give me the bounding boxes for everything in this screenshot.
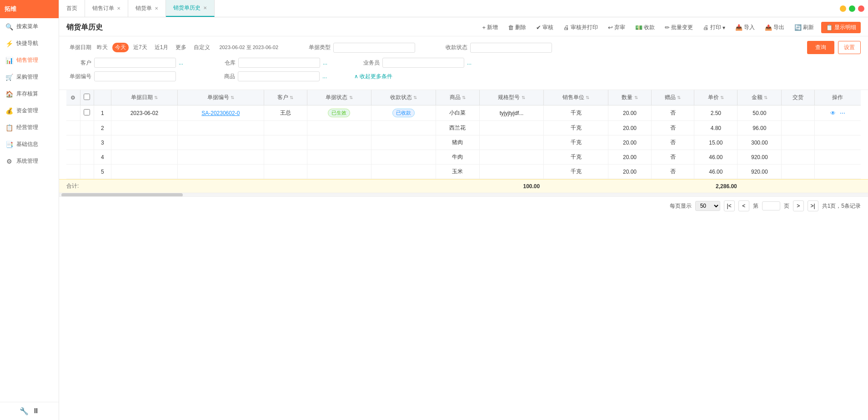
th-amount[interactable]: 金额 ⇅ [738, 90, 782, 105]
sidebar-item-inventory[interactable]: 🏠 库存核算 [0, 85, 59, 102]
next-page-btn[interactable]: > [793, 200, 804, 211]
table-header-row: ⚙ 单据日期 ⇅ 单据编号 ⇅ [66, 90, 861, 105]
query-button[interactable]: 查询 [807, 41, 834, 54]
first-page-btn[interactable]: |< [724, 200, 735, 211]
filter-payment-status-select[interactable] [470, 43, 552, 53]
sort-gift-icon: ⇅ [677, 95, 681, 100]
date-tab-7days[interactable]: 近7天 [130, 43, 150, 52]
sidebar-item-ops-mgmt[interactable]: 📋 经营管理 [0, 119, 59, 136]
sidebar-settings-icon[interactable]: 🔧 [20, 407, 29, 415]
delete-button[interactable]: 🗑 删除 [505, 22, 529, 33]
th-gift[interactable]: 赠品 ⇅ [651, 90, 694, 105]
filter-product: 商品 ... [210, 71, 327, 81]
last-page-btn[interactable]: >| [808, 200, 818, 211]
tab-sales-delivery[interactable]: 销货单 ✕ [128, 0, 166, 17]
refresh-button[interactable]: 🔄 刷新 [792, 22, 817, 33]
th-spec[interactable]: 规格型号 ⇅ [479, 90, 544, 105]
tab-sales-history-close[interactable]: ✕ [203, 5, 207, 10]
td-product: 猪肉 [436, 135, 479, 150]
batch-change-button[interactable]: ✏ 批量变更 [662, 22, 696, 33]
filter-date: 单据日期 昨天 今天 近7天 近1月 更多 自定义 2023-06-02 至 2… [66, 43, 278, 52]
th-gear[interactable]: ⚙ [66, 90, 80, 105]
date-tab-yesterday[interactable]: 昨天 [94, 43, 110, 52]
tab-sales-order[interactable]: 销售订单 ✕ [85, 0, 128, 17]
th-qty[interactable]: 数量 ⇅ [608, 90, 652, 105]
salesperson-more-icon[interactable]: ... [467, 60, 472, 66]
sidebar-item-quick-nav[interactable]: ⚡ 快捷导航 [0, 35, 59, 52]
date-tab-1month[interactable]: 近1月 [152, 43, 171, 52]
more-op-btn[interactable]: ⋯ [840, 110, 845, 116]
td-qty: 20.00 [608, 165, 652, 179]
tab-sales-delivery-close[interactable]: ✕ [155, 6, 158, 11]
tab-sales-order-close[interactable]: ✕ [117, 6, 120, 11]
th-payment-status[interactable]: 收款状态 ⇅ [371, 90, 436, 105]
filter-doc-type-select[interactable] [333, 43, 415, 53]
finance-icon: 💰 [5, 107, 13, 115]
date-tab-custom[interactable]: 自定义 [191, 43, 213, 52]
filter-customer-input[interactable] [94, 58, 176, 68]
collapse-filter-button[interactable]: ∧ 收起更多条件 [354, 73, 392, 80]
sidebar-item-search-menu[interactable]: 🔍 搜索菜单 [0, 18, 59, 35]
prev-page-btn[interactable]: < [738, 200, 749, 211]
select-all-checkbox[interactable] [84, 94, 90, 100]
td-gift: 否 [651, 121, 694, 135]
sidebar-item-label: 基础信息 [16, 140, 38, 148]
th-unit[interactable]: 销售单位 ⇅ [544, 90, 608, 105]
td-operation [814, 135, 861, 150]
td-doc-no [177, 165, 264, 179]
td-gift: 否 [651, 165, 694, 179]
audit-label: 审核 [542, 24, 553, 31]
sidebar-item-sys-mgmt[interactable]: ⚙ 系统管理 [0, 153, 59, 170]
filter-salesperson-input[interactable] [382, 58, 464, 68]
sidebar-item-sales-mgmt[interactable]: 📊 销售管理 [0, 52, 59, 69]
date-tab-more[interactable]: 更多 [173, 43, 189, 52]
horizontal-scrollbar[interactable] [59, 193, 868, 196]
date-tab-today[interactable]: 今天 [112, 43, 129, 52]
audit-print-button[interactable]: 🖨 审核并打印 [561, 22, 601, 33]
filter-product-input[interactable] [238, 71, 320, 81]
window-minimize-btn[interactable] [840, 5, 846, 12]
page-input[interactable]: 1 [762, 201, 780, 210]
warehouse-more-icon[interactable]: ... [323, 60, 327, 66]
td-seq: 2 [94, 121, 111, 135]
export-button[interactable]: 📤 导出 [762, 22, 787, 33]
print-dropdown-icon: ▾ [722, 25, 725, 31]
td-spec [479, 165, 544, 179]
sidebar-pause-icon[interactable]: ⏸ [32, 407, 40, 415]
abandon-button[interactable]: ↩ 弃审 [605, 22, 628, 33]
print-button[interactable]: 🖨 打印 ▾ [700, 22, 728, 33]
add-button[interactable]: + 新增 [479, 22, 501, 33]
filter-customer: 客户 ... [66, 58, 183, 68]
th-doc-date-label: 单据日期 [131, 94, 153, 100]
window-close-btn[interactable] [858, 5, 864, 12]
th-product[interactable]: 商品 ⇅ [436, 90, 479, 105]
audit-icon: ✔ [536, 24, 541, 31]
page-size-select[interactable]: 50 100 200 [695, 201, 720, 211]
th-unit-price[interactable]: 单价 ⇅ [694, 90, 738, 105]
filter-warehouse-input[interactable] [238, 58, 320, 68]
tab-sales-history[interactable]: 销货单历史 ✕ [166, 0, 215, 17]
th-doc-no[interactable]: 单据编号 ⇅ [177, 90, 264, 105]
tab-home-label: 首页 [66, 5, 77, 12]
sidebar-item-purchase-mgmt[interactable]: 🛒 采购管理 [0, 69, 59, 85]
th-customer[interactable]: 客户 ⇅ [264, 90, 307, 105]
setting-button[interactable]: 设置 [838, 41, 861, 54]
th-doc-date[interactable]: 单据日期 ⇅ [111, 90, 178, 105]
doc-no-link[interactable]: SA-20230602-0 [201, 110, 240, 116]
show-detail-button[interactable]: 📋 显示明细 [821, 22, 861, 33]
customer-more-icon[interactable]: ... [179, 60, 183, 66]
sort-doc-status-icon: ⇅ [349, 95, 353, 100]
window-maximize-btn[interactable] [849, 5, 855, 12]
filter-doc-no-input[interactable] [94, 71, 176, 81]
th-doc-status[interactable]: 单据状态 ⇅ [307, 90, 371, 105]
product-more-icon[interactable]: ... [322, 73, 327, 80]
td-check [80, 135, 94, 150]
collect-button[interactable]: 💵 收款 [632, 22, 657, 33]
tab-home[interactable]: 首页 [59, 0, 85, 17]
sidebar-item-base-info[interactable]: 📑 基础信息 [0, 136, 59, 153]
audit-button[interactable]: ✔ 审核 [533, 22, 556, 33]
view-op-btn[interactable]: 👁 [830, 110, 836, 116]
row-checkbox[interactable] [84, 109, 90, 115]
import-button[interactable]: 📥 导入 [733, 22, 758, 33]
sidebar-item-finance[interactable]: 💰 资金管理 [0, 102, 59, 119]
